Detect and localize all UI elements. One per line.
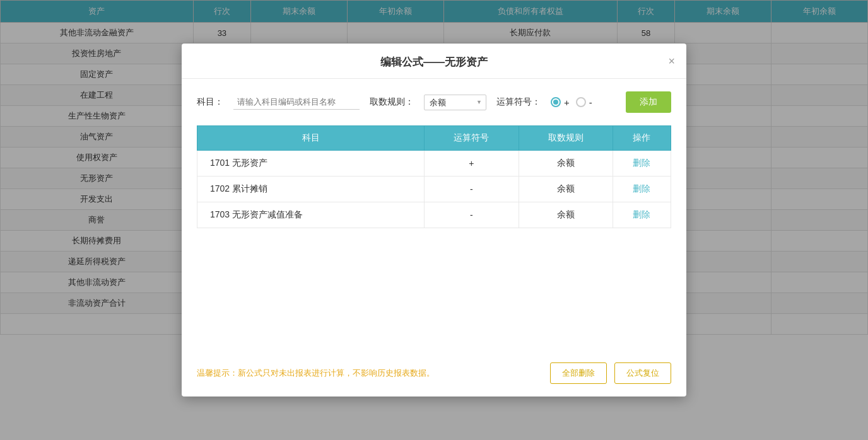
operator-label: 运算符号： xyxy=(496,96,541,108)
formula-row: 1701 无形资产+余额删除 xyxy=(197,151,671,177)
modal-body: 科目： 取数规则： 余额 借方 贷方 借方发生额 贷方发生额 运算符号： xyxy=(182,79,686,352)
radio-plus-circle xyxy=(551,97,561,107)
formula-subject: 1701 无形资产 xyxy=(197,151,425,177)
formula-row: 1703 无形资产减值准备-余额删除 xyxy=(197,202,671,228)
radio-minus-label: - xyxy=(589,97,592,108)
rule-label: 取数规则： xyxy=(370,96,414,108)
formula-action[interactable]: 删除 xyxy=(613,151,671,177)
form-row: 科目： 取数规则： 余额 借方 贷方 借方发生额 贷方发生额 运算符号： xyxy=(197,91,671,113)
footer-tip: 温馨提示：新公式只对未出报表进行计算，不影响历史报表数据。 xyxy=(197,368,435,379)
add-button[interactable]: 添加 xyxy=(626,91,671,113)
modal-title: 编辑公式——无形资产 xyxy=(380,56,488,68)
radio-plus[interactable]: + xyxy=(551,97,570,108)
radio-plus-label: + xyxy=(564,97,570,108)
footer-buttons: 全部删除 公式复位 xyxy=(550,362,671,384)
formula-subject: 1703 无形资产减值准备 xyxy=(197,202,425,228)
operator-radio-group: + - xyxy=(551,97,592,108)
formula-rule: 余额 xyxy=(519,177,613,202)
formula-operator: - xyxy=(425,177,519,202)
formula-table: 科目 运算符号 取数规则 操作 1701 无形资产+余额删除1702 累计摊销-… xyxy=(197,125,671,228)
modal-dialog: 编辑公式——无形资产 × 科目： 取数规则： 余额 借方 贷方 借方发生额 贷方… xyxy=(182,43,686,397)
rule-select-wrap[interactable]: 余额 借方 贷方 借方发生额 贷方发生额 xyxy=(424,95,486,110)
formula-operator: + xyxy=(425,151,519,177)
radio-minus[interactable]: - xyxy=(576,97,592,108)
reset-formula-button[interactable]: 公式复位 xyxy=(614,362,671,384)
formula-row: 1702 累计摊销-余额删除 xyxy=(197,177,671,202)
delete-row-link[interactable]: 删除 xyxy=(633,209,650,219)
formula-rule: 余额 xyxy=(519,151,613,177)
formula-operator: - xyxy=(425,202,519,228)
delete-all-button[interactable]: 全部删除 xyxy=(550,362,607,384)
delete-row-link[interactable]: 删除 xyxy=(633,158,650,168)
rule-select[interactable]: 余额 借方 贷方 借方发生额 贷方发生额 xyxy=(424,95,486,110)
modal-header: 编辑公式——无形资产 × xyxy=(182,43,686,79)
inner-col-subject: 科目 xyxy=(197,126,425,151)
subject-label: 科目： xyxy=(197,96,223,108)
inner-col-action: 操作 xyxy=(613,126,671,151)
modal-overlay: 编辑公式——无形资产 × 科目： 取数规则： 余额 借方 贷方 借方发生额 贷方… xyxy=(0,0,868,440)
radio-minus-circle xyxy=(576,97,586,107)
subject-input[interactable] xyxy=(233,95,360,110)
formula-action[interactable]: 删除 xyxy=(613,202,671,228)
inner-col-rule: 取数规则 xyxy=(519,126,613,151)
formula-rule: 余额 xyxy=(519,202,613,228)
modal-close-button[interactable]: × xyxy=(668,55,675,67)
formula-action[interactable]: 删除 xyxy=(613,177,671,202)
inner-col-operator: 运算符号 xyxy=(425,126,519,151)
delete-row-link[interactable]: 删除 xyxy=(633,183,650,194)
formula-subject: 1702 累计摊销 xyxy=(197,177,425,202)
modal-footer: 温馨提示：新公式只对未出报表进行计算，不影响历史报表数据。 全部删除 公式复位 xyxy=(182,352,686,397)
